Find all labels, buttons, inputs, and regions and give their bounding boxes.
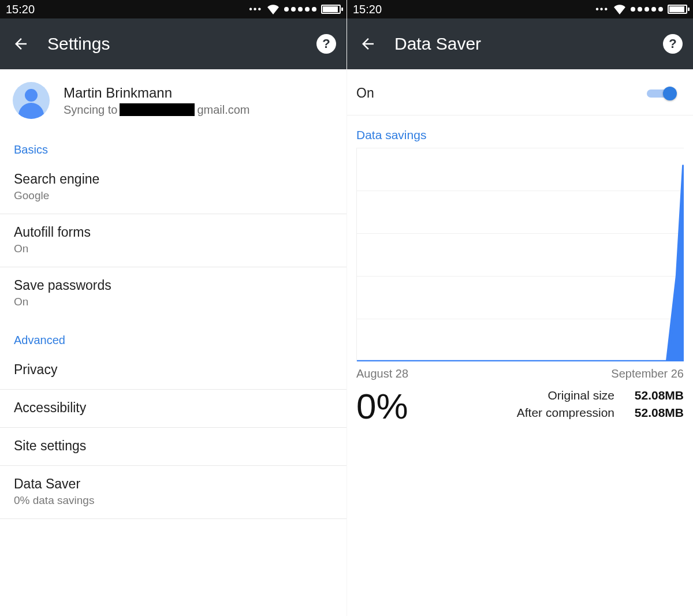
section-advanced: Advanced [0, 320, 346, 352]
help-icon: ? [669, 36, 676, 51]
section-basics: Basics [0, 129, 346, 161]
data-saver-screen: 15:20 ••• Data Saver ? On [346, 0, 693, 616]
back-button[interactable] [10, 33, 31, 54]
overflow-icon: ••• [595, 4, 609, 14]
toggle-switch[interactable] [647, 87, 677, 100]
row-privacy[interactable]: Privacy [0, 352, 346, 390]
axis-end: September 26 [611, 367, 684, 380]
redacted-email [120, 103, 195, 116]
avatar [13, 82, 50, 119]
row-autofill-forms[interactable]: Autofill forms On [0, 214, 346, 267]
signal-icon [631, 7, 663, 12]
overflow-icon: ••• [249, 4, 262, 14]
savings-percent: 0% [356, 389, 408, 424]
settings-screen: 15:20 ••• Settings ? [0, 0, 346, 616]
row-data-saver[interactable]: Data Saver 0% data savings [0, 466, 346, 519]
original-size-label: Original size [547, 389, 614, 402]
account-row[interactable]: Martin Brinkmann Syncing to gmail.com [0, 72, 346, 129]
app-bar: Settings ? [0, 18, 346, 69]
page-title: Settings [47, 34, 300, 54]
data-savings-header: Data savings [347, 115, 693, 148]
status-bar: 15:20 ••• [347, 0, 693, 18]
status-time: 15:20 [353, 3, 382, 16]
account-sync-status: Syncing to gmail.com [64, 103, 250, 117]
signal-icon [284, 7, 316, 12]
battery-icon [321, 5, 341, 14]
wifi-icon [267, 4, 280, 14]
wifi-icon [613, 4, 626, 14]
row-site-settings[interactable]: Site settings [0, 428, 346, 466]
status-bar: 15:20 ••• [0, 0, 346, 18]
status-time: 15:20 [6, 3, 35, 16]
axis-start: August 28 [356, 367, 408, 380]
back-button[interactable] [357, 33, 378, 54]
row-accessibility[interactable]: Accessibility [0, 390, 346, 428]
after-compression-label: After compression [517, 406, 614, 420]
chart-axis: August 28 September 26 [347, 361, 693, 380]
help-button[interactable]: ? [663, 34, 683, 54]
row-save-passwords[interactable]: Save passwords On [0, 267, 346, 320]
original-size-value: 52.08MB [626, 389, 684, 402]
row-search-engine[interactable]: Search engine Google [0, 161, 346, 214]
page-title: Data Saver [394, 34, 647, 54]
help-button[interactable]: ? [316, 34, 336, 54]
data-savings-chart [356, 148, 684, 361]
savings-table: Original size 52.08MB After compression … [517, 389, 684, 423]
app-bar: Data Saver ? [347, 18, 693, 69]
after-compression-value: 52.08MB [626, 406, 684, 420]
toggle-label: On [356, 85, 374, 101]
data-saver-toggle-row[interactable]: On [347, 72, 693, 115]
account-name: Martin Brinkmann [64, 85, 250, 101]
battery-icon [668, 5, 687, 14]
help-icon: ? [322, 36, 330, 51]
